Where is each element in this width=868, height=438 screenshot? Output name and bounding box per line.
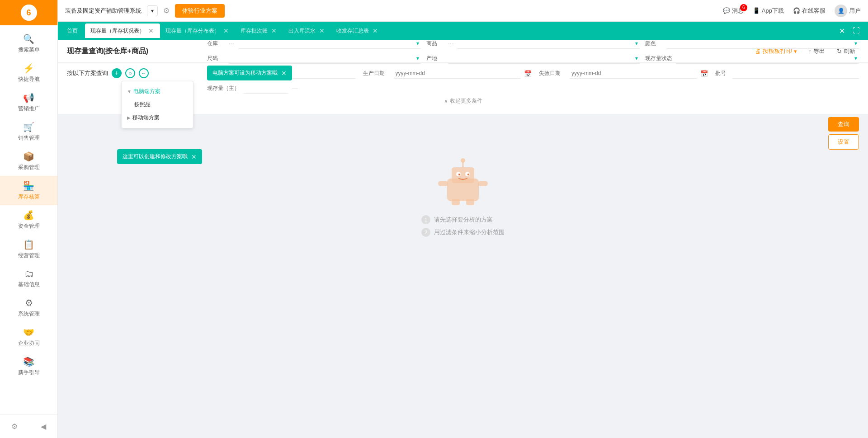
tab-inventory-status-close[interactable]: ✕ [147,27,155,34]
size-label: 尺码 [207,55,225,62]
sidebar-item-label: 搜索菜单 [18,46,40,54]
filter-qty-row: 现存量（主） — [207,83,859,94]
filter-field-warehouse: 仓库 ··· ▾ [207,40,421,49]
logo-brand-icon: 6 [26,8,31,18]
tab-inventory-dist-close[interactable]: ✕ [222,27,230,34]
add-scheme-button[interactable]: + [112,68,122,78]
tab-in-out-flow[interactable]: 出入库流水 ✕ [283,24,331,38]
app-download-item[interactable]: 📱 App下载 [753,7,784,15]
step-1-number: 1 [421,215,430,224]
sidebar-item-quick-nav[interactable]: ⚡ 快捷导航 [0,58,57,88]
warehouse-dots[interactable]: ··· [229,40,235,48]
reset-button[interactable]: 设置 [828,134,859,150]
tab-home-label: 首页 [67,27,78,35]
sidebar-item-sales[interactable]: 🛒 销售管理 [0,117,57,146]
tab-inventory-status-label: 现存量（库存状况表） [90,27,145,35]
collapse-label: 收起更多条件 [450,97,482,105]
qty-separator: — [292,85,298,92]
scheme-item-mobile[interactable]: ▶ 移动端方案 [122,111,193,124]
phone-icon: 📱 [753,7,760,14]
tab-collect-summary-label: 收发存汇总表 [336,27,369,35]
tab-batch-account[interactable]: 库存批次账 ✕ [235,24,283,38]
tooltip-create-close[interactable]: ✕ [191,153,197,160]
back-scheme-button[interactable]: ← [139,68,149,78]
empty-state: 1 请先选择要分析的方案 2 用过滤条件来缩小分析范围 [58,118,868,273]
filter-label: 按以下方案查询 [67,69,108,77]
support-icon: 🎧 [793,7,800,14]
filter-row-1: 仓库 ··· ▾ 商品 ··· ▾ [207,40,859,49]
app-title: 装备及固定资产辅助管理系统 [65,7,142,15]
maximize-button[interactable]: ⛶ [850,24,863,37]
app-title-select[interactable]: ▾ [147,5,158,16]
goods-select[interactable]: ▾ [458,40,640,49]
finance-icon: 💰 [23,210,34,221]
sidebar-item-operation[interactable]: 📋 经营管理 [0,235,57,264]
scheme-item-default[interactable]: 按照品 [122,98,193,111]
warehouse-select[interactable]: ▾ [238,40,420,49]
sidebar-item-marketing[interactable]: 📢 营销推广 [0,88,57,117]
search-button[interactable]: 查询 [828,117,859,132]
stock-status-select[interactable]: ▾ [676,53,859,64]
qty-label: 现存量（主） [207,85,240,92]
settings-button[interactable]: ⚙ [9,420,19,433]
sidebar-item-label: 资金管理 [18,222,40,230]
sidebar-logo: 6 [0,0,57,25]
sidebar-item-label: 新手引导 [18,369,40,377]
origin-dropdown-icon: ▾ [635,55,638,61]
size-select[interactable]: ▾ [229,53,421,64]
sidebar-item-system[interactable]: ⚙ 系统管理 [0,293,57,322]
filter-field-stock-status: 现存量状态 ▾ [645,53,859,64]
topbar-right: 💬 消息 6 📱 App下载 🎧 在线客服 👤 用户 [723,5,861,17]
color-label: 颜色 [645,40,663,47]
scheme-item-pc[interactable]: ▼ 电脑端方案 [122,85,193,98]
tab-home[interactable]: 首页 [60,24,85,38]
sidebar-nav: 🔍 搜索菜单 ⚡ 快捷导航 📢 营销推广 🛒 销售管理 📦 采购管理 🏪 库存核… [0,25,57,414]
user-item[interactable]: 👤 用户 [835,5,861,17]
origin-select[interactable]: ▾ [448,53,640,64]
sidebar-item-inventory[interactable]: 🏪 库存核算 [0,176,57,205]
sidebar-item-purchase[interactable]: 📦 采购管理 [0,146,57,176]
user-label: 用户 [849,7,861,15]
trial-button[interactable]: 体验行业方案 [175,4,225,18]
topbar: 装备及固定资产辅助管理系统 ▾ ⚙ 体验行业方案 💬 消息 6 📱 App下载 … [58,0,868,22]
sidebar-item-search-menu[interactable]: 🔍 搜索菜单 [0,29,57,58]
filter-field-color: 颜色 ▾ [645,40,859,49]
sidebar-item-enterprise[interactable]: 🤝 企业协同 [0,322,57,352]
close-all-tabs-button[interactable]: ✕ [835,24,848,37]
main-area: 装备及固定资产辅助管理系统 ▾ ⚙ 体验行业方案 💬 消息 6 📱 App下载 … [58,0,868,438]
empty-step-1: 1 请先选择要分析的方案 [421,215,505,224]
step-1-text: 请先选择要分析的方案 [434,216,493,224]
tab-inventory-dist-label: 现存量（库存分布表） [165,27,220,35]
tooltip-pc-mobile-close[interactable]: ✕ [281,70,287,77]
svg-rect-10 [452,199,460,205]
sidebar-item-finance[interactable]: 💰 资金管理 [0,205,57,235]
svg-point-5 [467,174,469,175]
tab-collect-summary[interactable]: 收发存汇总表 ✕ [331,24,384,38]
app-title-select-arrow: ▾ [151,8,154,14]
color-select[interactable]: ▾ [667,40,859,49]
qty-from-input[interactable] [243,83,288,94]
tab-collect-summary-close[interactable]: ✕ [372,27,379,34]
tab-batch-account-close[interactable]: ✕ [270,27,278,34]
user-avatar: 👤 [835,5,847,17]
color-dropdown-icon: ▾ [854,40,857,47]
sidebar-item-basic-info[interactable]: 🗂 基础信息 [0,264,57,293]
topbar-gear-icon[interactable]: ⚙ [163,6,170,15]
svg-rect-9 [478,181,488,186]
online-support-item[interactable]: 🎧 在线客服 [793,7,826,15]
sidebar-item-label: 销售管理 [18,134,40,142]
stock-status-label: 现存量状态 [645,55,672,62]
notification-item[interactable]: 💬 消息 6 [723,7,744,15]
tab-inventory-status[interactable]: 现存量（库存状况表） ✕ [85,24,160,38]
operation-icon: 📋 [23,239,34,250]
tab-inventory-dist[interactable]: 现存量（库存分布表） ✕ [160,24,235,38]
sidebar-item-guide[interactable]: 📚 新手引导 [0,352,57,381]
edit-scheme-button[interactable]: ○ [125,68,135,78]
message-icon: 💬 [723,7,730,14]
goods-dots[interactable]: ··· [448,40,454,48]
collapse-sidebar-button[interactable]: ◀ [39,420,48,433]
collapse-up-icon: ∧ [444,98,448,104]
search-buttons: 查询 设置 [828,117,859,150]
enterprise-icon: 🤝 [23,327,34,338]
tab-in-out-flow-close[interactable]: ✕ [318,27,326,34]
